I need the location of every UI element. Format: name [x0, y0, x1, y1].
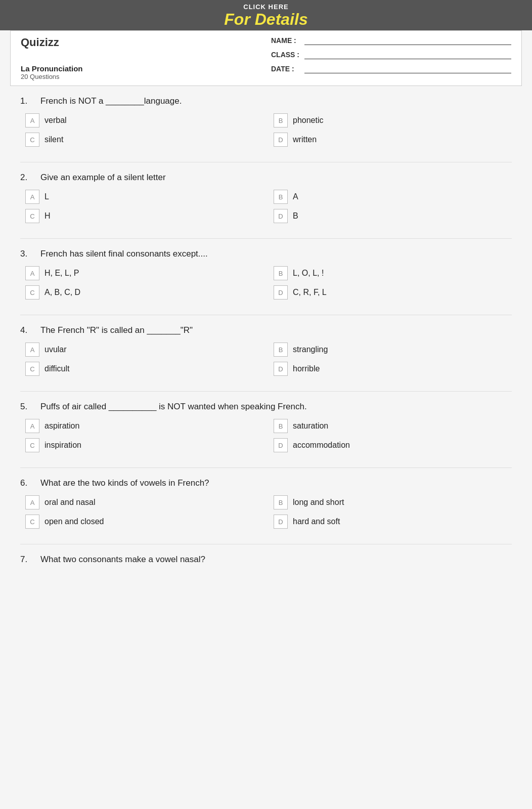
option-text-2-D: B [293, 211, 298, 221]
answer-option-4-C[interactable]: Cdifficult [25, 362, 263, 376]
option-box-4-B: B [274, 343, 288, 357]
answer-option-5-A[interactable]: Aaspiration [25, 419, 263, 433]
answer-option-5-D[interactable]: Daccommodation [274, 438, 512, 452]
option-text-1-D: written [293, 135, 317, 144]
option-box-6-A: A [25, 495, 39, 509]
answer-option-3-B[interactable]: BL, O, L, ! [274, 266, 512, 280]
question-block-2: 2.Give an example of a silent letterALBA… [20, 173, 512, 223]
answer-option-1-B[interactable]: Bphonetic [274, 113, 512, 127]
question-block-1: 1.French is NOT a ________language.Averb… [20, 96, 512, 147]
name-label: NAME : [271, 36, 301, 45]
option-box-6-B: B [274, 495, 288, 509]
question-text-4: 4.The French "R" is called an _______"R" [20, 325, 512, 335]
option-box-3-D: D [274, 285, 288, 300]
option-box-5-D: D [274, 438, 288, 452]
answer-option-6-C[interactable]: Copen and closed [25, 515, 263, 529]
question-number-7: 7. [20, 555, 35, 565]
answer-option-1-C[interactable]: Csilent [25, 133, 263, 147]
divider-6 [20, 544, 512, 544]
divider-4 [20, 391, 512, 392]
answer-option-4-A[interactable]: Auvular [25, 343, 263, 357]
top-banner[interactable]: CLICK HERE For Details [0, 0, 532, 30]
question-body-6: What are the two kinds of vowels in Fren… [40, 478, 209, 488]
answer-option-5-B[interactable]: Bsaturation [274, 419, 512, 433]
quiz-subtitle: 20 Questions [21, 73, 261, 80]
option-text-3-A: H, E, L, P [45, 269, 79, 278]
option-box-4-D: D [274, 362, 288, 376]
question-body-7: What two consonants make a vowel nasal? [40, 555, 205, 565]
date-line [304, 64, 511, 73]
option-text-4-A: uvular [45, 345, 67, 354]
answer-option-2-D[interactable]: DB [274, 209, 512, 223]
question-text-7: 7.What two consonants make a vowel nasal… [20, 555, 512, 565]
option-box-2-B: B [274, 190, 288, 204]
option-box-4-C: C [25, 362, 39, 376]
question-number-5: 5. [20, 402, 35, 412]
answer-option-4-D[interactable]: Dhorrible [274, 362, 512, 376]
option-text-5-D: accommodation [293, 441, 350, 450]
option-box-5-C: C [25, 438, 39, 452]
option-box-5-A: A [25, 419, 39, 433]
answers-grid-3: AH, E, L, PBL, O, L, !CA, B, C, DDC, R, … [25, 266, 512, 300]
option-box-3-B: B [274, 266, 288, 280]
question-block-5: 5.Puffs of air called __________ is NOT … [20, 402, 512, 452]
option-text-1-B: phonetic [293, 116, 324, 125]
click-here-text: CLICK HERE [0, 3, 532, 11]
divider-3 [20, 315, 512, 315]
question-body-2: Give an example of a silent letter [40, 173, 166, 183]
class-field-row: CLASS : [271, 50, 511, 59]
option-text-3-B: L, O, L, ! [293, 269, 324, 278]
option-box-4-A: A [25, 343, 39, 357]
question-body-3: French has silent final consonants excep… [40, 249, 208, 259]
question-body-5: Puffs of air called __________ is NOT wa… [40, 402, 307, 412]
option-text-2-A: L [45, 192, 49, 201]
option-text-4-B: strangling [293, 345, 328, 354]
option-text-4-D: horrible [293, 364, 320, 373]
option-text-6-D: hard and soft [293, 517, 340, 526]
option-text-5-B: saturation [293, 421, 328, 431]
question-text-1: 1.French is NOT a ________language. [20, 96, 512, 106]
answer-option-6-A[interactable]: Aoral and nasal [25, 495, 263, 509]
header-right: NAME : CLASS : DATE : [261, 36, 511, 78]
option-box-1-B: B [274, 113, 288, 127]
option-box-2-D: D [274, 209, 288, 223]
divider-1 [20, 162, 512, 162]
option-text-6-A: oral and nasal [45, 498, 96, 507]
quizizz-logo: Quizizz [21, 36, 261, 49]
option-text-3-C: A, B, C, D [45, 288, 80, 297]
option-box-3-C: C [25, 285, 39, 300]
answers-grid-6: Aoral and nasalBlong and shortCopen and … [25, 495, 512, 529]
option-text-2-B: A [293, 192, 298, 201]
option-text-3-D: C, R, F, L [293, 288, 327, 297]
question-number-1: 1. [20, 96, 35, 106]
answer-option-3-A[interactable]: AH, E, L, P [25, 266, 263, 280]
answer-option-6-B[interactable]: Blong and short [274, 495, 512, 509]
quiz-title: La Pronunciation [21, 64, 261, 73]
for-details-text: For Details [0, 11, 532, 30]
option-box-6-C: C [25, 515, 39, 529]
answer-option-3-D[interactable]: DC, R, F, L [274, 285, 512, 300]
answer-option-1-D[interactable]: Dwritten [274, 133, 512, 147]
question-body-1: French is NOT a ________language. [40, 96, 182, 106]
question-text-5: 5.Puffs of air called __________ is NOT … [20, 402, 512, 412]
header-left: Quizizz La Pronunciation 20 Questions [21, 36, 261, 80]
option-text-2-C: H [45, 211, 51, 221]
answer-option-2-B[interactable]: BA [274, 190, 512, 204]
option-box-6-D: D [274, 515, 288, 529]
question-block-7: 7.What two consonants make a vowel nasal… [20, 555, 512, 565]
question-number-4: 4. [20, 325, 35, 335]
answer-option-6-D[interactable]: Dhard and soft [274, 515, 512, 529]
option-box-5-B: B [274, 419, 288, 433]
option-box-3-A: A [25, 266, 39, 280]
date-label: DATE : [271, 65, 301, 73]
answer-option-4-B[interactable]: Bstrangling [274, 343, 512, 357]
answer-option-5-C[interactable]: Cinspiration [25, 438, 263, 452]
name-line [304, 36, 511, 45]
answer-option-1-A[interactable]: Averbal [25, 113, 263, 127]
answer-option-2-C[interactable]: CH [25, 209, 263, 223]
answer-option-2-A[interactable]: AL [25, 190, 263, 204]
answer-option-3-C[interactable]: CA, B, C, D [25, 285, 263, 300]
option-text-5-A: aspiration [45, 421, 79, 431]
question-body-4: The French "R" is called an _______"R" [40, 325, 193, 335]
question-number-6: 6. [20, 478, 35, 488]
